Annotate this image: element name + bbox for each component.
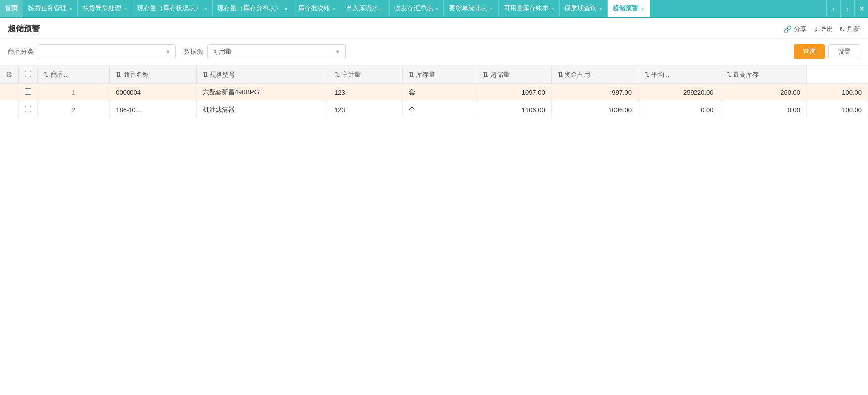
nav-home[interactable]: 首页 (0, 0, 23, 17)
nav-tab-close-10[interactable]: × (641, 6, 644, 12)
row-unit-1: 个 (402, 101, 477, 118)
settings-icon[interactable]: ⚙ (6, 70, 12, 79)
col-header-spec[interactable]: ⇅ 规格型号 (196, 66, 328, 84)
col-header-overstock[interactable]: ⇅ 超储量 (477, 66, 552, 84)
col-header-checkbox[interactable] (19, 66, 38, 84)
nav-tab-label: 现存量（库存状况表） (137, 4, 202, 13)
share-button[interactable]: 🔗 分享 (783, 25, 807, 34)
refresh-button[interactable]: ↻ 刷新 (839, 25, 860, 34)
share-label: 分享 (794, 25, 807, 34)
nav-tab-7[interactable]: 要货单统计表× (444, 0, 498, 17)
nav-tab-close-6[interactable]: × (435, 6, 438, 12)
row-product-code-0: 0000004 (110, 84, 196, 101)
nav-tab-8[interactable]: 可用量库存账本× (499, 0, 560, 17)
row-settings-0 (0, 84, 19, 101)
nav-tab-9[interactable]: 保质期查询× (560, 0, 608, 17)
col-header-max-stock[interactable]: ⇅ 最高库存 (720, 66, 806, 84)
row-spec-1: 123 (328, 101, 403, 118)
row-product-name-1: 机油滤清器 (196, 101, 328, 118)
nav-tab-label: 要货单统计表 (449, 4, 487, 13)
row-select-1[interactable] (25, 106, 31, 112)
table-header-row: ⚙ ⇅ 商品... ⇅ 商品名称 ⇅ 规格型号 ⇅ 主计量 (0, 66, 868, 84)
datasource-value: 可用量 (213, 47, 232, 56)
nav-arrow-close[interactable]: ✕ (854, 0, 868, 17)
col-header-avg[interactable]: ⇅ 平均... (638, 66, 720, 84)
nav-tab-close-8[interactable]: × (551, 6, 554, 12)
nav-tab-close-9[interactable]: × (599, 6, 602, 12)
col-spec-label: ⇅ 规格型号 (203, 71, 236, 78)
nav-tab-close-7[interactable]: × (490, 6, 493, 12)
col-header-product-name[interactable]: ⇅ 商品名称 (110, 66, 196, 84)
nav-tab-close-2[interactable]: × (204, 6, 207, 12)
col-header-product-code[interactable]: ⇅ 商品... (38, 66, 110, 84)
row-checkbox-1[interactable] (19, 101, 38, 118)
category-filter-group: 商品分类 ▼ (8, 44, 176, 59)
nav-tab-10[interactable]: 超储预警× (608, 0, 649, 17)
page-title: 超储预警 (8, 24, 40, 34)
row-overstock-1: 1006.00 (551, 101, 638, 118)
export-button[interactable]: ⇓ 导出 (813, 25, 833, 34)
datasource-label: 数据源 (184, 47, 203, 56)
datasource-filter-group: 数据源 可用量 ▼ (184, 44, 346, 59)
row-product-name-0: 六配套新昌490BPG (196, 84, 328, 101)
row-settings-1 (0, 101, 19, 118)
category-select[interactable]: ▼ (38, 44, 176, 59)
nav-tab-2[interactable]: 现存量（库存状况表）× (132, 0, 213, 17)
nav-tab-5[interactable]: 出入库流水× (341, 0, 389, 17)
nav-tab-close-0[interactable]: × (69, 6, 72, 12)
nav-arrow-left[interactable]: ‹ (826, 0, 840, 17)
query-button[interactable]: 查询 (794, 44, 825, 59)
nav-tab-label: 可用量库存账本 (504, 4, 549, 13)
nav-tab-6[interactable]: 收发存汇总表× (390, 0, 444, 17)
col-product-name-label: ⇅ 商品名称 (116, 71, 149, 78)
filter-buttons: 查询 设置 (794, 44, 860, 59)
nav-tab-label: 拣货任务管理 (28, 4, 67, 13)
col-unit-label: ⇅ 主计量 (334, 71, 361, 78)
nav-tab-1[interactable]: 拣货异常处理× (78, 0, 132, 17)
nav-tab-close-4[interactable]: × (333, 6, 336, 12)
select-all-checkbox[interactable] (25, 71, 31, 77)
row-max-stock-1: 100.00 (806, 101, 868, 118)
header-actions: 🔗 分享 ⇓ 导出 ↻ 刷新 (783, 25, 860, 34)
nav-tab-label: 拣货异常处理 (83, 4, 121, 13)
table-container: ⚙ ⇅ 商品... ⇅ 商品名称 ⇅ 规格型号 ⇅ 主计量 (0, 66, 868, 118)
nav-home-label: 首页 (5, 4, 18, 13)
datasource-select[interactable]: 可用量 ▼ (207, 44, 346, 59)
table-row: 1 0000004 六配套新昌490BPG 123 套 1097.00 997.… (0, 84, 868, 101)
col-header-settings[interactable]: ⚙ (0, 66, 19, 84)
col-avg-label: ⇅ 平均... (644, 71, 669, 78)
row-select-0[interactable] (25, 88, 31, 95)
refresh-label: 刷新 (847, 25, 860, 34)
row-num-1: 2 (38, 101, 110, 118)
page-header: 超储预警 🔗 分享 ⇓ 导出 ↻ 刷新 (0, 18, 868, 39)
row-spec-0: 123 (328, 84, 403, 101)
col-overstock-label: ⇅ 超储量 (483, 71, 510, 78)
col-header-stock[interactable]: ⇅ 库存量 (402, 66, 477, 84)
settings-button[interactable]: 设置 (828, 44, 860, 59)
row-max-stock-0: 100.00 (806, 84, 868, 101)
share-icon: 🔗 (783, 25, 792, 33)
nav-tab-close-3[interactable]: × (284, 6, 287, 12)
col-product-code-label: ⇅ 商品... (43, 71, 69, 78)
nav-tab-0[interactable]: 拣货任务管理× (23, 0, 78, 17)
nav-tab-3[interactable]: 现存量（库存分布表）× (213, 0, 293, 17)
row-checkbox-0[interactable] (19, 84, 38, 101)
row-overstock-0: 997.00 (551, 84, 638, 101)
nav-tab-4[interactable]: 库存批次账× (293, 0, 341, 17)
refresh-icon: ↻ (839, 25, 845, 33)
col-header-unit[interactable]: ⇅ 主计量 (328, 66, 403, 84)
col-capital-label: ⇅ 资金占用 (558, 71, 591, 78)
nav-tab-close-5[interactable]: × (381, 6, 384, 12)
nav-tab-label: 超储预警 (612, 4, 638, 13)
top-navigation: 首页 拣货任务管理×拣货异常处理×现存量（库存状况表）×现存量（库存分布表）×库… (0, 0, 868, 18)
row-capital-1: 0.00 (638, 101, 720, 118)
export-icon: ⇓ (813, 25, 819, 33)
nav-tab-label: 库存批次账 (298, 4, 330, 13)
category-arrow-icon: ▼ (165, 49, 171, 55)
nav-tab-close-1[interactable]: × (124, 6, 127, 12)
row-stock-0: 1097.00 (477, 84, 552, 101)
nav-tab-label: 保质期查询 (564, 4, 597, 13)
nav-arrow-right[interactable]: › (840, 0, 854, 17)
row-product-code-1: 186-10... (110, 101, 196, 118)
col-header-capital[interactable]: ⇅ 资金占用 (551, 66, 638, 84)
